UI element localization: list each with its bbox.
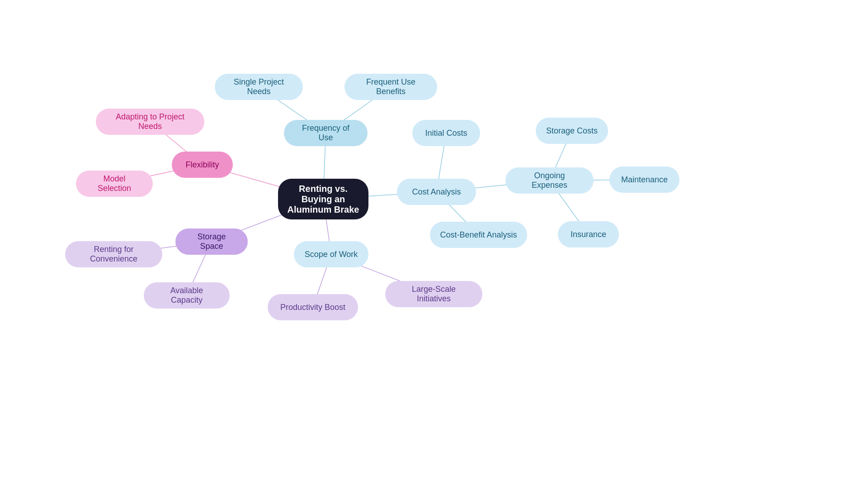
node-model_selection: Model Selection — [76, 171, 153, 197]
node-label-storage_costs: Storage Costs — [546, 126, 598, 136]
mindmap-container: Renting vs. Buying an Aluminum BrakeFreq… — [0, 0, 868, 490]
node-label-maintenance: Maintenance — [621, 175, 668, 185]
node-label-initial_costs: Initial Costs — [425, 128, 467, 138]
node-label-available_capacity: Available Capacity — [154, 286, 220, 305]
node-frequency_of_use: Frequency of Use — [284, 120, 368, 146]
node-storage_space: Storage Space — [175, 228, 248, 255]
node-label-center: Renting vs. Buying an Aluminum Brake — [286, 184, 360, 215]
node-label-storage_space: Storage Space — [185, 232, 238, 251]
node-label-insurance: Insurance — [571, 230, 606, 239]
node-label-scope_of_work: Scope of Work — [305, 250, 358, 259]
node-ongoing_expenses: Ongoing Expenses — [505, 167, 594, 194]
node-insurance: Insurance — [558, 221, 619, 247]
node-label-cost_analysis: Cost Analysis — [412, 187, 461, 197]
node-maintenance: Maintenance — [609, 167, 679, 193]
node-storage_costs: Storage Costs — [536, 118, 608, 144]
node-label-large_scale: Large-Scale Initiatives — [395, 285, 472, 304]
node-renting_convenience: Renting for Convenience — [65, 241, 162, 267]
node-label-frequent_use: Frequent Use Benefits — [354, 77, 427, 96]
node-label-renting_convenience: Renting for Convenience — [75, 245, 152, 264]
node-initial_costs: Initial Costs — [412, 120, 480, 146]
node-label-model_selection: Model Selection — [86, 174, 143, 193]
node-single_project: Single Project Needs — [215, 74, 303, 100]
node-cost_benefit: Cost-Benefit Analysis — [430, 222, 527, 248]
node-label-frequency_of_use: Frequency of Use — [294, 124, 358, 143]
node-flexibility: Flexibility — [172, 152, 233, 178]
node-frequent_use: Frequent Use Benefits — [344, 74, 437, 100]
node-available_capacity: Available Capacity — [144, 282, 230, 309]
node-scope_of_work: Scope of Work — [294, 241, 368, 267]
node-label-ongoing_expenses: Ongoing Expenses — [515, 171, 584, 190]
node-label-productivity_boost: Productivity Boost — [280, 303, 345, 312]
node-cost_analysis: Cost Analysis — [397, 179, 476, 205]
node-label-single_project: Single Project Needs — [225, 77, 293, 96]
node-large_scale: Large-Scale Initiatives — [385, 281, 482, 307]
node-label-adapting: Adapting to Project Needs — [106, 112, 194, 131]
node-adapting: Adapting to Project Needs — [96, 109, 204, 135]
node-center: Renting vs. Buying an Aluminum Brake — [278, 179, 368, 219]
node-label-flexibility: Flexibility — [185, 160, 219, 170]
node-label-cost_benefit: Cost-Benefit Analysis — [440, 230, 517, 240]
node-productivity_boost: Productivity Boost — [268, 294, 358, 320]
